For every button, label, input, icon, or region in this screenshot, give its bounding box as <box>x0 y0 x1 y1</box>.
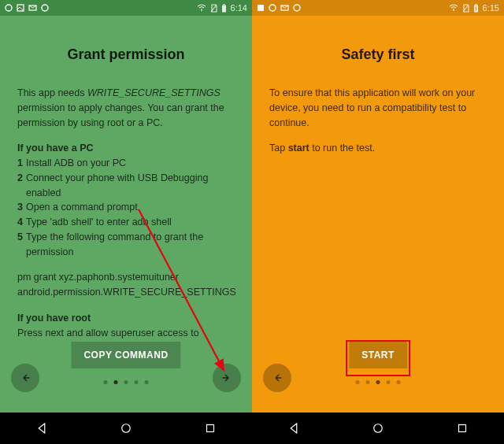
square-icon <box>257 4 265 12</box>
onboarding-screen-safety: 6:15 Safety first To ensure that this ap… <box>252 0 504 444</box>
svg-point-9 <box>122 424 131 433</box>
svg-point-4 <box>201 10 202 12</box>
sim-off-icon <box>462 4 469 13</box>
nav-back-key[interactable] <box>18 413 65 444</box>
next-button[interactable] <box>213 364 241 392</box>
step-item: 5Type the following command to grant the… <box>17 230 235 260</box>
circle-icon <box>269 4 276 12</box>
nav-recent-key[interactable] <box>187 413 234 444</box>
status-bar: 6:14 <box>0 0 252 16</box>
status-bar: 6:15 <box>252 0 504 16</box>
wifi-icon <box>197 4 206 12</box>
root-text: Press next and allow superuser access to <box>17 326 235 341</box>
android-navbar <box>0 413 252 444</box>
status-left <box>5 4 49 12</box>
safety-p2: Tap start to run the test. <box>269 141 487 156</box>
safety-p1: To ensure that this application will wor… <box>269 86 487 130</box>
pc-steps: 1Install ADB on your PC 2Connect your ph… <box>17 156 235 259</box>
step-item: 2Connect your phone with USB Debugging e… <box>17 171 235 201</box>
back-button[interactable] <box>263 364 291 392</box>
code-text: WRITE_SECURE_SETTINGS <box>87 87 220 98</box>
svg-point-15 <box>453 10 454 12</box>
nav-home-key[interactable] <box>354 413 402 444</box>
page-indicator <box>356 380 401 384</box>
svg-rect-10 <box>206 425 213 432</box>
circle-icon <box>5 4 13 12</box>
status-right: 6:15 <box>449 3 499 13</box>
command-text: pm grant xyz.paphonb.systemuituner andro… <box>17 270 235 300</box>
battery-icon <box>221 4 227 13</box>
svg-point-14 <box>294 5 300 11</box>
svg-rect-7 <box>223 4 224 6</box>
status-time: 6:14 <box>231 3 247 13</box>
intro-text: This app needs WRITE_SECURE_SETTINGS per… <box>17 86 235 130</box>
circle-icon <box>293 4 301 12</box>
status-time: 6:15 <box>483 3 499 13</box>
root-heading: If you have root <box>17 311 235 326</box>
page-title: Safety first <box>269 44 487 65</box>
step-item: 1Install ADB on your PC <box>17 156 235 171</box>
svg-point-19 <box>374 424 383 433</box>
step-item: 4Type 'adb shell' to enter adb shell <box>17 215 235 230</box>
circle-icon <box>41 4 49 12</box>
mail-icon <box>28 4 37 12</box>
status-left <box>257 4 301 12</box>
pc-heading: If you have a PC <box>17 141 235 156</box>
battery-charging-icon <box>473 4 479 13</box>
svg-rect-20 <box>458 425 465 432</box>
svg-rect-11 <box>258 5 264 11</box>
annotation-highlight <box>346 340 410 376</box>
svg-rect-18 <box>475 4 476 6</box>
nav-back-key[interactable] <box>270 413 317 444</box>
svg-point-3 <box>42 5 48 11</box>
status-right: 6:14 <box>197 3 247 13</box>
svg-rect-6 <box>222 5 226 12</box>
page-indicator <box>104 380 149 384</box>
copy-command-button[interactable]: COPY COMMAND <box>71 342 180 368</box>
svg-point-12 <box>269 5 276 11</box>
mail-icon <box>280 4 289 12</box>
nav-home-key[interactable] <box>102 413 150 444</box>
nav-recent-key[interactable] <box>439 413 486 444</box>
svg-point-0 <box>6 5 12 11</box>
step-item: 3Open a command prompt <box>17 200 235 215</box>
sim-off-icon <box>210 4 217 13</box>
page-title: Grant permission <box>17 44 235 65</box>
onboarding-screen-permission: 6:14 Grant permission This app needs WRI… <box>0 0 252 444</box>
wifi-icon <box>449 4 458 12</box>
android-navbar <box>252 413 504 444</box>
image-icon <box>17 4 24 12</box>
back-button[interactable] <box>11 364 39 392</box>
